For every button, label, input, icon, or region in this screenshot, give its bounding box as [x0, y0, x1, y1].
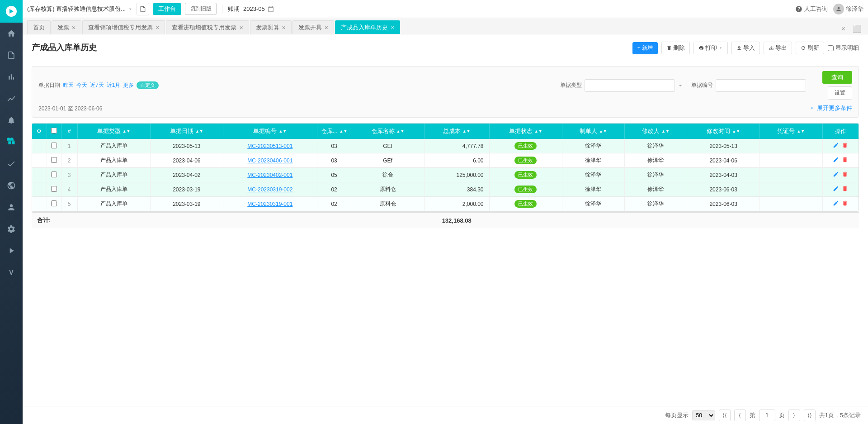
cell-modify-time: 2023-04-06	[687, 153, 760, 168]
row-checkbox-1[interactable]	[51, 157, 57, 163]
tab-open-close[interactable]: ×	[325, 24, 328, 31]
prev-page-button[interactable]: ⟨	[734, 410, 746, 421]
tab-invoice[interactable]: 发票 ×	[52, 20, 81, 34]
delete-icon-1[interactable]	[842, 157, 848, 164]
th-status[interactable]: 单据状态▲▼	[489, 124, 562, 139]
next-page-button[interactable]: ⟩	[788, 410, 800, 421]
row-checkbox-0[interactable]	[51, 143, 57, 148]
cell-number[interactable]: MC-20230406-001	[223, 153, 317, 168]
tab-product-history[interactable]: 产成品入库单历史 ×	[335, 20, 400, 34]
th-settings[interactable]: ⚙	[32, 124, 47, 139]
th-modify-time[interactable]: 修改时间▲▼	[687, 124, 760, 139]
sidebar-item-v[interactable]: V	[0, 262, 23, 283]
first-page-button[interactable]: ⟨⟨	[719, 410, 731, 421]
th-warehouse-code[interactable]: 仓库...▲▼	[317, 124, 351, 139]
select-all-checkbox[interactable]	[51, 128, 57, 133]
delete-icon-0[interactable]	[842, 142, 848, 150]
th-warehouse-name[interactable]: 仓库名称▲▼	[351, 124, 424, 139]
tab-invoice-close[interactable]: ×	[72, 24, 75, 31]
shortcut-yesterday[interactable]: 昨天	[63, 81, 74, 89]
shortcut-more[interactable]: 更多	[123, 81, 134, 89]
help-area[interactable]: 人工咨询	[795, 5, 828, 13]
tab-fullscreen[interactable]: ⬜	[851, 24, 863, 34]
cell-number[interactable]: MC-20230402-001	[223, 168, 317, 182]
per-page-select[interactable]: 50 100 200	[692, 410, 715, 420]
tab-product-history-close[interactable]: ×	[391, 24, 394, 31]
cell-number[interactable]: MC-20230319-001	[223, 197, 317, 211]
row-checkbox-4[interactable]	[51, 200, 57, 206]
shortcut-7days[interactable]: 近7天	[90, 81, 104, 89]
th-voucher[interactable]: 凭证号▲▼	[760, 124, 822, 139]
cell-checkbox[interactable]	[47, 197, 61, 211]
th-number[interactable]: 单据编号▲▼	[223, 124, 317, 139]
expand-conditions[interactable]: 展开更多条件	[809, 104, 852, 112]
tab-home[interactable]: 首页	[27, 20, 51, 34]
edit-icon-0[interactable]	[833, 142, 839, 150]
row-checkbox-2[interactable]	[51, 172, 57, 177]
tab-open[interactable]: 发票开具 ×	[292, 20, 334, 34]
tab-purchase-vat-close[interactable]: ×	[239, 24, 243, 31]
tab-sales-vat[interactable]: 查看销项增值税专用发票 ×	[82, 20, 165, 34]
edit-icon-3[interactable]	[833, 186, 839, 193]
cell-checkbox[interactable]	[47, 153, 61, 168]
tab-sales-vat-close[interactable]: ×	[156, 24, 159, 31]
cell-creator: 徐泽华	[562, 153, 624, 168]
tab-calc[interactable]: 发票测算 ×	[250, 20, 292, 34]
tab-purchase-vat[interactable]: 查看进项增值税专用发票 ×	[166, 20, 249, 34]
delete-icon-3[interactable]	[842, 186, 848, 193]
cell-index: 3	[61, 168, 77, 182]
th-type[interactable]: 单据类型▲▼	[77, 124, 150, 139]
shortcut-today[interactable]: 今天	[76, 81, 87, 89]
edit-icon-1[interactable]	[833, 157, 839, 164]
cell-checkbox[interactable]	[47, 139, 61, 153]
date-custom-tag[interactable]: 自定义	[137, 81, 159, 89]
switch-button[interactable]: 切到旧版	[185, 3, 217, 15]
cell-checkbox[interactable]	[47, 182, 61, 197]
import-button[interactable]: 导入	[731, 42, 760, 54]
number-input[interactable]	[716, 79, 806, 92]
user-area[interactable]: 徐泽华	[833, 4, 863, 14]
new-button[interactable]: + 新增	[632, 42, 658, 54]
edit-icon-4[interactable]	[833, 200, 839, 208]
sidebar-item-alert[interactable]	[0, 110, 23, 131]
sidebar-item-org[interactable]	[0, 175, 23, 196]
print-button[interactable]: 打印	[693, 42, 728, 54]
tab-close-all[interactable]: ×	[840, 24, 847, 34]
refresh-button[interactable]: 刷新	[796, 42, 824, 54]
tab-calc-close[interactable]: ×	[282, 24, 286, 31]
sidebar-item-home[interactable]	[0, 23, 23, 44]
sidebar-item-task[interactable]	[0, 153, 23, 175]
sidebar-item-settings[interactable]	[0, 218, 23, 240]
type-input[interactable]	[585, 79, 675, 92]
edit-icon-2[interactable]	[833, 171, 839, 179]
cell-checkbox[interactable]	[47, 168, 61, 182]
sidebar-item-docs[interactable]	[0, 44, 23, 66]
show-detail-checkbox[interactable]	[828, 45, 834, 51]
company-selector[interactable]: (库存核算) 直播轻独通信息技术股份...	[27, 5, 133, 13]
document-icon[interactable]	[137, 3, 149, 15]
workbench-button[interactable]: 工作台	[153, 3, 181, 15]
delete-icon-2[interactable]	[842, 171, 848, 179]
th-modifier[interactable]: 修改人▲▼	[624, 124, 687, 139]
last-page-button[interactable]: ⟩⟩	[804, 410, 816, 421]
set-button[interactable]: 设置	[828, 86, 852, 100]
th-checkbox[interactable]	[47, 124, 61, 139]
sidebar-item-user[interactable]	[0, 196, 23, 218]
delete-button[interactable]: 删除	[661, 42, 690, 54]
sidebar-item-inventory[interactable]	[0, 131, 23, 153]
sidebar-item-chart[interactable]	[0, 66, 23, 88]
sidebar-item-play[interactable]	[0, 240, 23, 262]
show-detail-toggle[interactable]: 显示明细	[828, 44, 859, 52]
row-checkbox-3[interactable]	[51, 186, 57, 192]
cell-number[interactable]: MC-20230319-002	[223, 182, 317, 197]
query-button[interactable]: 查询	[822, 71, 852, 84]
delete-icon-4[interactable]	[842, 200, 848, 208]
th-creator[interactable]: 制单人▲▼	[562, 124, 624, 139]
export-button[interactable]: 导出	[764, 42, 792, 54]
page-number-input[interactable]: 1	[759, 410, 775, 421]
shortcut-1month[interactable]: 近1月	[107, 81, 121, 89]
th-total-cost[interactable]: 总成本▲▼	[424, 124, 489, 139]
cell-number[interactable]: MC-20230513-001	[223, 139, 317, 153]
sidebar-item-analytics[interactable]	[0, 88, 23, 110]
th-date[interactable]: 单据日期▲▼	[150, 124, 223, 139]
